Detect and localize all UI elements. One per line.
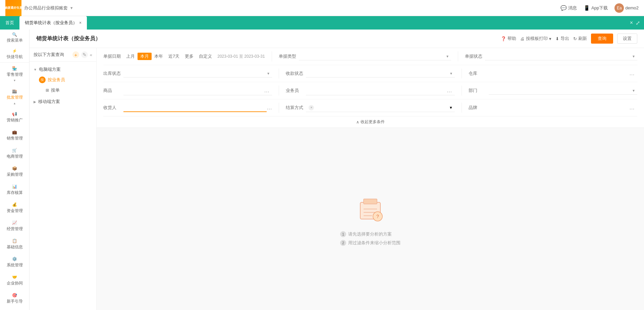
- tab-home[interactable]: 首页: [0, 16, 19, 30]
- settings-btn[interactable]: 设置: [617, 34, 637, 44]
- sidebar-item-inventory[interactable]: 📊 库存核算: [0, 181, 29, 199]
- date-last-month[interactable]: 上月: [123, 53, 138, 60]
- sidebar-item-basic[interactable]: 📋 基础信息: [0, 235, 29, 253]
- filter-row-4: 收货人 … 结算方式 × ▾: [103, 99, 637, 116]
- filter-outbound: 出库状态 ▾: [103, 70, 272, 78]
- settlement-clear-btn[interactable]: ×: [309, 105, 314, 110]
- page-title: 销货单统计表（按业务员）: [36, 35, 101, 42]
- tab-sales-stat[interactable]: 销货单统计表（按业务员） ×: [19, 16, 87, 30]
- filter-panel: 单据日期 上月 本月 本年 近7天 更多 自定义 2023-03-01 至 20…: [97, 48, 644, 128]
- sidebar-item-sales[interactable]: 💼 销售管理: [0, 126, 29, 145]
- purchase-icon: 📦: [12, 166, 17, 171]
- empty-illustration: ?: [354, 192, 387, 226]
- sidebar-item-ecom[interactable]: 🛒 电商管理: [0, 145, 29, 163]
- collapse-bar[interactable]: ∧ 收起更多条件: [103, 116, 637, 127]
- dept-arrow: ▾: [633, 88, 635, 93]
- body-area: 按以下方案查询 + ✎ « ▼ 电脑端方案 按: [30, 48, 644, 310]
- divider-4: [462, 68, 462, 79]
- window-max-btn[interactable]: ⤢: [636, 20, 640, 26]
- filter-payment: 收款状态 ▾: [286, 70, 454, 78]
- message-btn[interactable]: 💬 消息: [560, 5, 577, 11]
- help-btn[interactable]: ❓ 帮助: [501, 36, 516, 42]
- export-btn[interactable]: ⬇ 导出: [555, 36, 569, 42]
- date-more[interactable]: 更多: [182, 53, 196, 60]
- filter-row-1: 单据日期 上月 本月 本年 近7天 更多 自定义 2023-03-01 至 20…: [103, 48, 637, 65]
- date-7days[interactable]: 近7天: [166, 53, 182, 60]
- brand-dots[interactable]: …: [629, 105, 635, 111]
- filter-receiver: 收货人 …: [103, 104, 272, 112]
- tab-close-btn[interactable]: ×: [79, 20, 82, 25]
- tree-child-salesman[interactable]: 按 按业务员: [30, 74, 96, 85]
- goods-input[interactable]: …: [123, 86, 272, 95]
- print-btn[interactable]: 🖨 按模板打印 ▾: [520, 36, 551, 42]
- goods-dots[interactable]: …: [264, 88, 269, 94]
- sidebar-item-appcenter[interactable]: 🔲 应用中心: [0, 308, 29, 310]
- order-scheme-icon: ⊞: [46, 88, 49, 93]
- content-area: 销货单统计表（按业务员） ❓ 帮助 🖨 按模板打印 ▾ ⬇ 导出 ↻ 刷新: [30, 30, 644, 310]
- marketing-icon: 📢: [12, 112, 17, 116]
- salesman-input[interactable]: …: [306, 86, 454, 95]
- filter-dept: 部门 ▾: [469, 87, 637, 95]
- date-range: 2023-03-01 至 2023-03-31: [217, 54, 265, 59]
- sidebar-item-marketing[interactable]: 📢 营销推广: [0, 108, 29, 126]
- date-this-year[interactable]: 本年: [152, 53, 166, 60]
- finance-icon: 💰: [12, 202, 17, 207]
- app-title: 办公用品行业模拟账套: [24, 5, 68, 11]
- sidebar-item-purchase[interactable]: 📦 采购管理: [0, 163, 29, 181]
- divider-8: [462, 103, 462, 113]
- filter-doc-status: 单据状态 ▾: [465, 53, 637, 60]
- brand-input[interactable]: …: [489, 103, 637, 112]
- sidebar-nav[interactable]: ⚡ 快捷导航: [0, 46, 29, 63]
- collapse-panel-btn[interactable]: «: [90, 52, 92, 57]
- right-content: 单据日期 上月 本月 本年 近7天 更多 自定义 2023-03-01 至 20…: [97, 48, 644, 310]
- sidebar-item-ops[interactable]: 📈 经营管理: [0, 217, 29, 235]
- doc-status-select[interactable]: ▾: [485, 53, 637, 60]
- sidebar-search[interactable]: 🔍 搜索菜单: [0, 30, 29, 46]
- add-scheme-btn[interactable]: +: [72, 51, 79, 58]
- dept-select[interactable]: ▾: [489, 87, 637, 95]
- date-custom[interactable]: 自定义: [196, 53, 215, 60]
- date-label: 单据日期: [103, 53, 123, 59]
- warehouse-label: 仓库: [469, 70, 489, 76]
- settlement-input[interactable]: × ▾: [306, 104, 454, 112]
- receiver-input[interactable]: [123, 104, 267, 112]
- collapse-icon: ∧: [356, 120, 359, 124]
- doc-type-arrow: ▾: [446, 54, 448, 59]
- query-btn[interactable]: 查询: [591, 34, 613, 44]
- enterprise-icon: 🤝: [12, 275, 17, 279]
- salesman-dots[interactable]: …: [447, 88, 452, 94]
- payment-select[interactable]: ▾: [306, 70, 454, 78]
- receiver-dots[interactable]: …: [267, 105, 272, 111]
- filter-settlement: 结算方式 × ▾: [286, 104, 454, 112]
- doc-type-select[interactable]: ▾: [299, 53, 451, 60]
- tree-grandchild-order[interactable]: ⊞ 按单: [30, 85, 96, 95]
- empty-tip-2: 2 用过滤条件来缩小分析范围: [340, 240, 400, 246]
- salesman-label: 业务员: [286, 88, 306, 94]
- sidebar-item-system[interactable]: ⚙️ 系统管理: [0, 253, 29, 271]
- window-close-btn[interactable]: ×: [630, 20, 633, 26]
- outbound-arrow: ▾: [267, 71, 269, 76]
- divider-3: [279, 68, 279, 79]
- sidebar-item-newuser[interactable]: 🎯 新手引导: [0, 290, 29, 308]
- sidebar-item-finance[interactable]: 💰 资金管理: [0, 199, 29, 217]
- title-dropdown[interactable]: ▾: [70, 5, 73, 10]
- download-icon: 📱: [584, 5, 590, 11]
- filter-warehouse: 仓库 …: [469, 69, 637, 78]
- tree-arrow-pc: ▼: [34, 68, 37, 71]
- outbound-select[interactable]: ▾: [123, 70, 272, 78]
- sidebar-item-wholesale[interactable]: 🏬 批发管理 ▴: [0, 86, 29, 108]
- warehouse-dots[interactable]: …: [629, 70, 635, 76]
- svg-text:?: ?: [376, 214, 379, 219]
- date-this-month[interactable]: 本月: [138, 53, 152, 60]
- refresh-btn[interactable]: ↻ 刷新: [573, 36, 587, 42]
- edit-scheme-btn[interactable]: ✎: [81, 51, 88, 58]
- sidebar-item-enterprise[interactable]: 🤝 企业协同: [0, 271, 29, 290]
- sidebar-item-retail[interactable]: 🏪 零售管理 ▾: [0, 63, 29, 86]
- user-menu[interactable]: Ea demo2: [614, 3, 639, 13]
- tree-parent-pc[interactable]: ▼ 电脑端方案: [30, 64, 96, 74]
- brand-label: 品牌: [469, 105, 489, 111]
- warehouse-input[interactable]: …: [489, 69, 637, 78]
- avatar: Ea: [614, 3, 624, 13]
- tree-parent-mobile[interactable]: ▶ 移动端方案: [30, 97, 96, 107]
- app-download-btn[interactable]: 📱 App下载: [584, 5, 608, 11]
